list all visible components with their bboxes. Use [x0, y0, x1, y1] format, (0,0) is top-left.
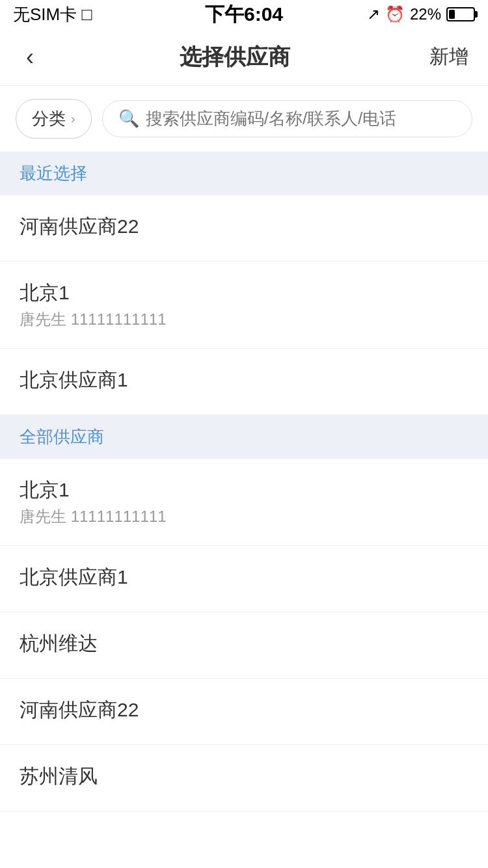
location-icon: ↗ — [367, 5, 380, 23]
battery-icon — [446, 7, 475, 21]
list-item[interactable]: 杭州维达 — [0, 612, 488, 679]
item-name: 北京1 — [20, 477, 468, 504]
status-time: 下午6:04 — [205, 1, 283, 28]
item-sub: 唐先生 11111111111 — [20, 506, 468, 527]
item-name: 杭州维达 — [20, 631, 468, 657]
recent-section-label: 最近选择 — [20, 163, 87, 183]
list-item[interactable]: 北京1唐先生 11111111111 — [0, 262, 488, 349]
item-name: 北京供应商1 — [20, 564, 468, 591]
back-button[interactable]: ‹ — [20, 37, 40, 77]
item-name: 北京供应商1 — [20, 367, 468, 394]
alarm-icon: ⏰ — [385, 5, 405, 23]
item-name: 北京1 — [20, 280, 468, 306]
list-item[interactable]: 北京供应商1 — [0, 546, 488, 612]
category-button[interactable]: 分类 › — [16, 99, 92, 139]
add-button[interactable]: 新增 — [429, 44, 468, 70]
page-title: 选择供应商 — [40, 42, 429, 72]
status-left: 无SIM卡 □ — [13, 3, 92, 26]
item-name: 苏州清风 — [20, 763, 468, 790]
battery-percent: 22% — [410, 5, 441, 23]
list-item[interactable]: 北京1唐先生 11111111111 — [0, 459, 488, 546]
list-item[interactable]: 北京供应商1 — [0, 349, 488, 415]
list-item[interactable]: 苏州清风 — [0, 745, 488, 811]
status-right: ↗ ⏰ 22% — [367, 5, 475, 23]
search-icon: 🔍 — [118, 109, 139, 129]
search-box: 🔍 — [102, 100, 472, 137]
filter-bar: 分类 › 🔍 — [0, 86, 488, 152]
item-name: 河南供应商22 — [20, 213, 468, 240]
all-section-label: 全部供应商 — [20, 427, 104, 446]
nav-bar: ‹ 选择供应商 新增 — [0, 29, 488, 86]
recent-section-header: 最近选择 — [0, 152, 488, 195]
item-name: 河南供应商22 — [20, 697, 468, 724]
recent-list: 河南供应商22北京1唐先生 11111111111北京供应商1 — [0, 195, 488, 415]
category-label: 分类 — [32, 107, 66, 130]
all-list: 北京1唐先生 11111111111北京供应商1杭州维达河南供应商22苏州清风 — [0, 459, 488, 811]
list-item[interactable]: 河南供应商22 — [0, 679, 488, 745]
all-section-header: 全部供应商 — [0, 415, 488, 459]
chevron-right-icon: › — [71, 111, 75, 126]
search-input[interactable] — [146, 109, 456, 129]
item-sub: 唐先生 11111111111 — [20, 309, 468, 330]
status-bar: 无SIM卡 □ 下午6:04 ↗ ⏰ 22% — [0, 0, 488, 29]
list-item[interactable]: 河南供应商22 — [0, 195, 488, 262]
